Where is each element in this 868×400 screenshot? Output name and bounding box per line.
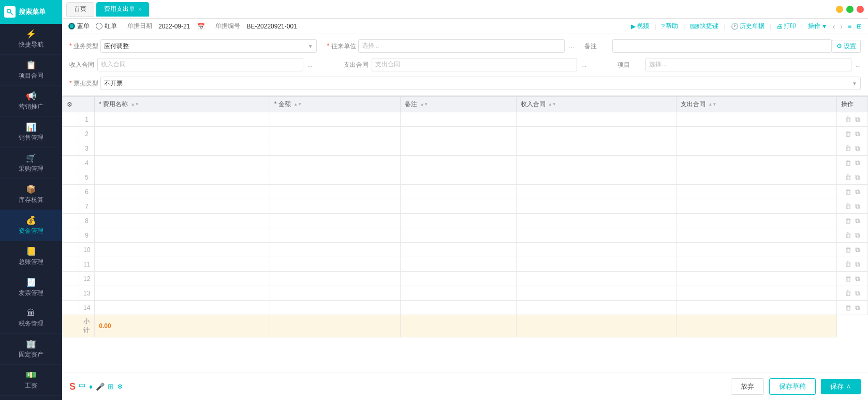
row-note-cell[interactable] xyxy=(401,214,516,228)
brand-icon-mic[interactable]: 🎤 xyxy=(96,382,105,391)
row-income-contract-cell[interactable] xyxy=(516,141,676,156)
row-delete-icon[interactable]: 🗑 xyxy=(845,173,851,181)
row-note-cell[interactable] xyxy=(401,185,516,199)
row-expense-contract-cell[interactable] xyxy=(676,185,837,199)
row-copy-icon[interactable]: ⧉ xyxy=(855,188,860,196)
row-amount-cell[interactable] xyxy=(270,112,400,127)
row-delete-icon[interactable]: 🗑 xyxy=(845,130,851,138)
row-expense-name-cell[interactable] xyxy=(95,272,270,286)
row-expense-name-cell[interactable] xyxy=(95,243,270,257)
help-action[interactable]: ? 帮助 xyxy=(661,22,679,31)
sidebar-item-quick-nav[interactable]: ⚡ 快捷导航 xyxy=(0,24,62,55)
row-note-cell[interactable] xyxy=(401,170,516,185)
list-view-icon[interactable]: ≡ xyxy=(848,23,851,30)
radio-blue-input[interactable] xyxy=(68,23,75,29)
col-note[interactable]: 备注 ▲▼ xyxy=(401,97,516,112)
row-expense-name-cell[interactable] xyxy=(95,228,270,243)
row-delete-icon[interactable]: 🗑 xyxy=(845,304,851,312)
row-amount-cell[interactable] xyxy=(270,272,400,286)
row-expense-contract-cell[interactable] xyxy=(676,243,837,257)
row-amount-cell[interactable] xyxy=(270,228,400,243)
expense-contract-more-icon[interactable]: ... xyxy=(581,61,586,68)
row-delete-icon[interactable]: 🗑 xyxy=(845,260,851,268)
row-expense-contract-cell[interactable] xyxy=(676,272,837,286)
row-amount-cell[interactable] xyxy=(270,199,400,214)
tab-home[interactable]: 首页 xyxy=(66,2,94,17)
sidebar-item-sales[interactable]: 📊 销售管理 xyxy=(0,117,62,148)
row-expense-contract-cell[interactable] xyxy=(676,112,837,127)
print-action[interactable]: 🖨 打印 xyxy=(776,22,796,31)
row-expense-contract-cell[interactable] xyxy=(676,301,837,315)
project-input[interactable]: 选择... xyxy=(645,58,851,71)
row-amount-cell[interactable] xyxy=(270,185,400,199)
row-expense-contract-cell[interactable] xyxy=(676,127,837,141)
sort-income-contract[interactable]: ▲▼ xyxy=(548,102,556,107)
row-expense-contract-cell[interactable] xyxy=(676,141,837,156)
row-amount-cell[interactable] xyxy=(270,156,400,170)
row-income-contract-cell[interactable] xyxy=(516,185,676,199)
row-copy-icon[interactable]: ⧉ xyxy=(855,260,860,268)
ticket-type-input[interactable]: 不开票 ▼ xyxy=(100,77,861,90)
row-expense-name-cell[interactable] xyxy=(95,156,270,170)
remark-input[interactable] xyxy=(612,39,832,53)
video-action[interactable]: ▶ 视频 xyxy=(631,22,649,31)
row-amount-cell[interactable] xyxy=(270,170,400,185)
row-amount-cell[interactable] xyxy=(270,301,400,315)
row-expense-name-cell[interactable] xyxy=(95,141,270,156)
settings-button[interactable]: ⚙ 设置 xyxy=(832,40,861,53)
brand-icon-diamond[interactable]: ♦ xyxy=(89,382,93,391)
row-amount-cell[interactable] xyxy=(270,214,400,228)
discard-button[interactable]: 放弃 xyxy=(731,378,764,395)
row-income-contract-cell[interactable] xyxy=(516,228,676,243)
row-delete-icon[interactable]: 🗑 xyxy=(845,246,851,254)
row-note-cell[interactable] xyxy=(401,156,516,170)
row-expense-name-cell[interactable] xyxy=(95,127,270,141)
row-expense-name-cell[interactable] xyxy=(95,214,270,228)
sidebar-item-operations[interactable]: 📈 经营管理 xyxy=(0,396,62,400)
save-draft-button[interactable]: 保存草稿 xyxy=(769,378,816,395)
row-copy-icon[interactable]: ⧉ xyxy=(855,202,860,210)
row-copy-icon[interactable]: ⧉ xyxy=(855,231,860,239)
tab-expense[interactable]: 费用支出单 × xyxy=(96,2,149,17)
row-note-cell[interactable] xyxy=(401,112,516,127)
row-expense-name-cell[interactable] xyxy=(95,199,270,214)
sidebar-item-invoice[interactable]: 🧾 发票管理 xyxy=(0,272,62,303)
project-more-icon[interactable]: ... xyxy=(856,61,861,68)
brand-icon-snowflake[interactable]: ❄ xyxy=(117,382,123,391)
row-copy-icon[interactable]: ⧉ xyxy=(855,115,860,123)
calendar-icon[interactable]: 📅 xyxy=(197,23,205,30)
row-income-contract-cell[interactable] xyxy=(516,257,676,272)
row-delete-icon[interactable]: 🗑 xyxy=(845,217,851,225)
row-income-contract-cell[interactable] xyxy=(516,301,676,315)
col-settings[interactable]: ⚙ xyxy=(63,97,79,112)
income-contract-input[interactable]: 收入合同 xyxy=(97,58,303,71)
col-income-contract[interactable]: 收入合同 ▲▼ xyxy=(516,97,676,112)
row-copy-icon[interactable]: ⧉ xyxy=(855,275,860,283)
row-expense-contract-cell[interactable] xyxy=(676,199,837,214)
row-expense-name-cell[interactable] xyxy=(95,301,270,315)
window-close-btn[interactable] xyxy=(857,6,864,13)
row-income-contract-cell[interactable] xyxy=(516,272,676,286)
row-delete-icon[interactable]: 🗑 xyxy=(845,115,851,123)
row-expense-contract-cell[interactable] xyxy=(676,156,837,170)
row-expense-contract-cell[interactable] xyxy=(676,228,837,243)
row-expense-contract-cell[interactable] xyxy=(676,170,837,185)
row-expense-contract-cell[interactable] xyxy=(676,214,837,228)
radio-red-input[interactable] xyxy=(96,23,102,29)
row-expense-contract-cell[interactable] xyxy=(676,257,837,272)
row-amount-cell[interactable] xyxy=(270,286,400,301)
sort-note[interactable]: ▲▼ xyxy=(420,102,428,107)
counterparty-input[interactable]: 选择... xyxy=(358,39,565,53)
row-amount-cell[interactable] xyxy=(270,243,400,257)
operation-action[interactable]: 操作 ▼ xyxy=(808,22,828,31)
row-note-cell[interactable] xyxy=(401,301,516,315)
save-button[interactable]: 保存 ∧ xyxy=(821,379,861,394)
sidebar-item-fixed-assets[interactable]: 🏢 固定资产 xyxy=(0,334,62,365)
sort-expense-contract[interactable]: ▲▼ xyxy=(709,102,717,107)
row-note-cell[interactable] xyxy=(401,127,516,141)
row-delete-icon[interactable]: 🗑 xyxy=(845,289,851,297)
row-amount-cell[interactable] xyxy=(270,257,400,272)
sidebar-item-payroll[interactable]: 💵 工资 xyxy=(0,365,62,396)
row-amount-cell[interactable] xyxy=(270,141,400,156)
sidebar-item-purchase[interactable]: 🛒 采购管理 xyxy=(0,148,62,179)
